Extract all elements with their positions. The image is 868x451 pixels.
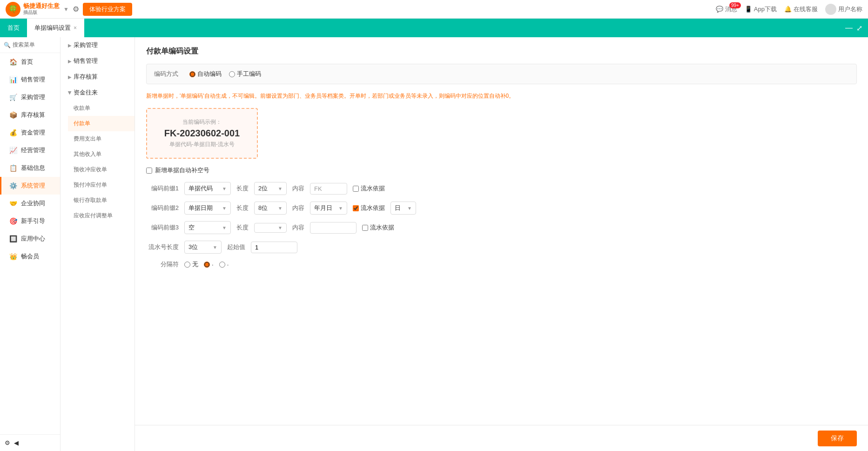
length1-select[interactable]: 2位 ▼ xyxy=(254,182,287,195)
start-value-input[interactable] xyxy=(251,242,297,253)
serial1-check[interactable] xyxy=(353,186,359,192)
logo-icon: 🍀 xyxy=(6,2,20,17)
auto-code-label: 自动编码 xyxy=(197,70,222,78)
manual-code-label: 手工编码 xyxy=(237,70,261,78)
sidebar-member-label: 畅会员 xyxy=(21,252,39,261)
serial3-label: 流水依据 xyxy=(370,223,394,232)
sep-dot1-radio[interactable]: · xyxy=(204,261,214,268)
length2-select[interactable]: 8位 ▼ xyxy=(254,202,287,215)
prefix2-row: 编码前缀2 单据日期 ▼ 长度 8位 ▼ 内容 年月日 ▼ xyxy=(146,202,857,215)
sub-menu-prepaid-receive[interactable]: 预收冲应收单 xyxy=(68,162,135,177)
top-bar-nav: ▼ ⚙ xyxy=(63,5,79,13)
content2-label: 内容 xyxy=(292,204,304,212)
sidebar-item-basic[interactable]: 📋 基础信息 xyxy=(0,159,60,177)
industry-btn[interactable]: 体验行业方案 xyxy=(83,3,132,16)
serial-length-row: 流水号长度 3位 ▼ 起始值 xyxy=(146,241,857,254)
sub-menu-bank-deposit[interactable]: 银行存取款单 xyxy=(68,193,135,208)
auto-fill-checkbox[interactable] xyxy=(146,168,152,174)
sidebar-system-label: 系统管理 xyxy=(21,182,45,190)
tab-minimize-btn[interactable]: — xyxy=(845,24,853,32)
sub-menu-payment[interactable]: 付款单 xyxy=(68,116,135,131)
auto-code-radio[interactable]: 自动编码 xyxy=(189,70,222,78)
manual-code-radio[interactable]: 手工编码 xyxy=(229,70,261,78)
serial-length-label: 流水号长度 xyxy=(146,243,179,251)
member-icon: 👑 xyxy=(9,252,17,261)
sidebar-item-home[interactable]: 🏠 首页 xyxy=(0,53,60,71)
length1-value: 2位 xyxy=(258,184,268,193)
sub-menu-other-income[interactable]: 其他收入单 xyxy=(68,147,135,162)
sub-menu-receipt[interactable]: 收款单 xyxy=(68,101,135,116)
sep-none-radio[interactable]: 无 xyxy=(184,260,198,269)
sep-dot2-radio[interactable]: · xyxy=(219,261,229,268)
serial2-check[interactable] xyxy=(353,205,359,211)
serial2-unit: 日 xyxy=(395,204,401,212)
tab-close-icon[interactable]: × xyxy=(74,25,77,31)
apps-icon: 🔲 xyxy=(9,235,17,243)
sidebar-item-finance[interactable]: 💰 资金管理 xyxy=(0,124,60,141)
sidebar-item-operations[interactable]: 📈 经营管理 xyxy=(0,141,60,159)
sidebar-enterprise-label: 企业协同 xyxy=(21,199,45,208)
app-download-btn[interactable]: 📱 App下载 xyxy=(745,5,777,13)
sep-dot1-label: · xyxy=(212,261,214,268)
tab-current[interactable]: 单据编码设置 × xyxy=(27,19,84,37)
enterprise-icon: 🤝 xyxy=(9,199,17,208)
serial-length-select[interactable]: 3位 ▼ xyxy=(184,241,222,254)
settings-bottom-icon[interactable]: ⚙ xyxy=(5,439,10,446)
menu-purchase[interactable]: ▶ 采购管理 xyxy=(61,37,135,53)
sidebar-item-enterprise[interactable]: 🤝 企业协同 xyxy=(0,195,60,212)
settings-icon[interactable]: ⚙ xyxy=(73,5,79,13)
auto-fill-label: 新增单据自动补空号 xyxy=(155,166,209,175)
prefix1-select[interactable]: 单据代码 ▼ xyxy=(184,182,231,195)
menu-capital[interactable]: ▶ 资金往来 xyxy=(61,85,135,101)
app-logo: 🍀 畅捷通好生意 插品版 xyxy=(6,2,60,17)
content1-input[interactable] xyxy=(310,183,347,195)
sub-menu-adjust[interactable]: 应收应付调整单 xyxy=(68,208,135,223)
content2-select[interactable]: 年月日 ▼ xyxy=(310,202,347,215)
serial2-unit-arrow: ▼ xyxy=(407,206,412,211)
online-service-btn[interactable]: 🔔 在线客服 xyxy=(784,5,818,13)
messages-btn[interactable]: 💬 消息 99+ xyxy=(716,5,737,13)
sidebar-item-sales[interactable]: 📊 销售管理 xyxy=(0,71,60,88)
sidebar-item-system[interactable]: ⚙️ 系统管理 xyxy=(0,177,60,195)
prefix3-label: 编码前缀3 xyxy=(146,223,179,232)
prefix3-row: 编码前缀3 空 ▼ 长度 ▼ 内容 流水依据 xyxy=(146,221,857,234)
sidebar-inventory-label: 库存核算 xyxy=(21,111,45,119)
purchase-icon: 🛒 xyxy=(9,93,17,101)
tab-maximize-btn[interactable]: ⤢ xyxy=(856,24,862,33)
serial3-check[interactable] xyxy=(362,225,368,231)
length2-arrow: ▼ xyxy=(278,206,283,211)
sidebar-item-purchase[interactable]: 🛒 采购管理 xyxy=(0,88,60,106)
user-profile[interactable]: 用户名称 xyxy=(825,4,862,15)
sub-menu-prepaid-pay[interactable]: 预付冲应付单 xyxy=(68,177,135,193)
sidebar-item-apps[interactable]: 🔲 应用中心 xyxy=(0,230,60,248)
serial2-checkbox: 流水依据 xyxy=(353,204,385,212)
save-button[interactable]: 保存 xyxy=(818,431,857,446)
save-bar: 保存 xyxy=(135,425,868,451)
content3-input[interactable] xyxy=(310,222,357,234)
code-preview-sub: 单据代码-单据日期-流水号 xyxy=(158,141,246,148)
page-title: 付款单编码设置 xyxy=(146,47,857,56)
prefix1-label: 编码前缀1 xyxy=(146,184,179,193)
collapse-icon[interactable]: ◀ xyxy=(14,439,19,446)
tab-home[interactable]: 首页 xyxy=(0,19,27,37)
prefix3-select[interactable]: 空 ▼ xyxy=(184,221,231,234)
sidebar-item-member[interactable]: 👑 畅会员 xyxy=(0,248,60,265)
top-bar-left: 🍀 畅捷通好生意 插品版 ▼ ⚙ 体验行业方案 xyxy=(6,2,132,17)
code-preview-box: 当前编码示例： FK-20230602-001 单据代码-单据日期-流水号 xyxy=(146,108,258,159)
sidebar-item-inventory[interactable]: 📦 库存核算 xyxy=(0,106,60,124)
menu-inventory[interactable]: ▶ 库存核算 xyxy=(61,69,135,85)
prefix2-select[interactable]: 单据日期 ▼ xyxy=(184,202,231,215)
sales-icon: 📊 xyxy=(9,75,17,84)
sidebar-search[interactable]: 🔍 搜索菜单 xyxy=(0,37,60,53)
main-container: 🔍 搜索菜单 🏠 首页 📊 销售管理 🛒 采购管理 📦 库存核算 💰 资金管理 … xyxy=(0,37,868,451)
sidebar-finance-label: 资金管理 xyxy=(21,128,45,137)
menu-sales[interactable]: ▶ 销售管理 xyxy=(61,53,135,69)
length3-select[interactable]: ▼ xyxy=(254,223,287,233)
sidebar-sales-label: 销售管理 xyxy=(21,75,45,84)
serial-length-arrow: ▼ xyxy=(213,245,217,250)
serial2-unit-select[interactable]: 日 ▼ xyxy=(390,202,416,215)
secondary-nav: ▶ 采购管理 ▶ 销售管理 ▶ 库存核算 ▶ 资金往来 收款单 付款单 费用支出… xyxy=(61,37,135,451)
sub-menu-expense[interactable]: 费用支出单 xyxy=(68,131,135,147)
nav-arrow[interactable]: ▼ xyxy=(63,6,69,13)
sidebar-item-guide[interactable]: 🎯 新手引导 xyxy=(0,212,60,230)
